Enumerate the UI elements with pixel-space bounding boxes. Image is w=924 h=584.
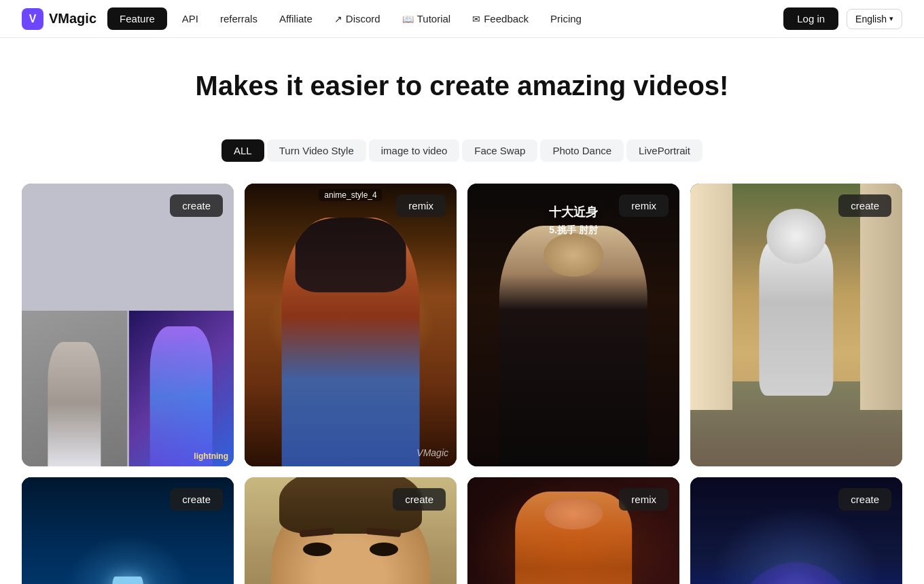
referrals-link[interactable]: referrals (211, 7, 267, 30)
feature-button[interactable]: Feature (107, 7, 167, 30)
tab-image-to-video[interactable]: image to video (369, 139, 460, 162)
tab-all[interactable]: ALL (221, 139, 264, 162)
pricing-link[interactable]: Pricing (541, 7, 591, 30)
card-6-button[interactable]: create (393, 488, 446, 511)
external-link-icon: ↗ (334, 14, 342, 24)
filter-tabs: ALL Turn Video Style image to video Face… (0, 139, 924, 162)
card-5[interactable]: create (22, 477, 234, 584)
card-1-button[interactable]: create (170, 194, 223, 217)
card-3-title: 十大近身 (549, 204, 598, 220)
feedback-link[interactable]: ✉ Feedback (463, 7, 538, 30)
login-button[interactable]: Log in (783, 7, 838, 30)
card-4-button[interactable]: create (838, 194, 891, 217)
chevron-down-icon: ▾ (889, 14, 893, 23)
card-grid: lightning create anime_styl (0, 184, 924, 584)
card-2-style-label: anime_style_4 (319, 189, 382, 201)
hero-section: Makes it easier to create amazing videos… (0, 38, 924, 123)
card-3-button[interactable]: remix (619, 194, 669, 217)
api-link[interactable]: API (173, 7, 208, 30)
navbar: V VMagic Feature API referrals Affiliate… (0, 0, 924, 38)
card-5-button[interactable]: create (170, 488, 223, 511)
card-3[interactable]: 十大近身 5.挑手 肘肘 remix (467, 184, 679, 466)
card-7[interactable]: remix (467, 477, 679, 584)
hero-title: Makes it easier to create amazing videos… (22, 71, 902, 101)
card-2-button[interactable]: remix (396, 194, 446, 217)
tab-turn-video-style[interactable]: Turn Video Style (267, 139, 366, 162)
tab-liveportrait[interactable]: LivePortrait (626, 139, 703, 162)
card-1[interactable]: lightning create (22, 184, 234, 466)
logo[interactable]: V VMagic (22, 8, 96, 30)
card-1-label: lightning (194, 451, 228, 461)
card-6[interactable]: create (245, 477, 457, 584)
card-2-watermark: VMagic (416, 447, 448, 458)
book-icon: 📖 (402, 14, 414, 24)
card-4[interactable]: create (690, 184, 902, 466)
card-3-subtitle: 5.挑手 肘肘 (549, 224, 598, 237)
card-8-button[interactable]: create (838, 488, 891, 511)
card-8[interactable]: create (690, 477, 902, 584)
language-selector[interactable]: English ▾ (847, 9, 902, 29)
card-2[interactable]: anime_style_4 VMagic remix (245, 184, 457, 466)
tab-face-swap[interactable]: Face Swap (462, 139, 537, 162)
logo-icon: V (22, 8, 43, 30)
tab-photo-dance[interactable]: Photo Dance (540, 139, 624, 162)
logo-text: VMagic (49, 11, 96, 27)
language-label: English (855, 14, 887, 24)
affiliate-link[interactable]: Affiliate (270, 7, 322, 30)
discord-link[interactable]: ↗ Discord (325, 7, 390, 30)
tutorial-link[interactable]: 📖 Tutorial (393, 7, 460, 30)
mail-icon: ✉ (472, 14, 480, 24)
card-7-button[interactable]: remix (619, 488, 669, 511)
